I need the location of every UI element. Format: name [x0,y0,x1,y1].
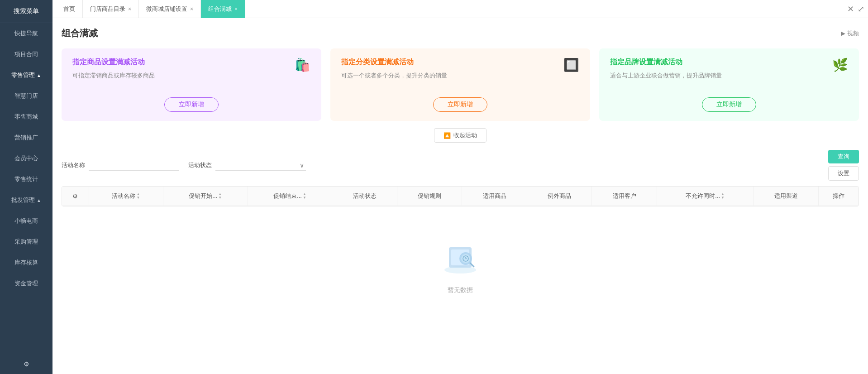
card-category-card: 指定分类设置满减活动可选一个或者多个分类，提升分类的销量🔲立即新增 [330,48,590,121]
th-operations: 操作 [819,187,858,206]
th-excluded-goods: 例外商品 [527,187,592,206]
activity-name-input[interactable] [89,160,179,171]
activity-status-label: 活动状态 [188,161,212,169]
sidebar-item-retail-stats[interactable]: 零售统计 [0,169,52,190]
th-promo-rules: 促销规则 [397,187,462,206]
filter-actions: 查询 设置 [828,150,859,181]
tab-close-combo-discount[interactable]: × [234,6,238,12]
tab-combo-discount[interactable]: 组合满减× [201,0,245,18]
card-btn-category-card[interactable]: 立即新增 [433,97,487,112]
th-promo-start[interactable]: 促销开始...▲▼ [163,187,248,206]
cards-row: 指定商品设置满减活动可指定滞销商品或库存较多商品🛍️立即新增指定分类设置满减活动… [62,48,859,121]
tab-bar: 首页门店商品目录×微商城店铺设置×组合满减× ✕ ⤢ [52,0,868,18]
card-title-product-card: 指定商品设置满减活动 [72,58,310,67]
card-desc-product-card: 可指定滞销商品或库存较多商品 [72,72,310,90]
close-window-icon[interactable]: ✕ [847,4,854,14]
th-applicable-customers: 适用客户 [592,187,657,206]
th-settings: ⚙ [62,187,89,206]
card-icon-category-card: 🔲 [563,58,579,72]
sidebar-item-ecommerce[interactable]: 小畅电商 [0,211,52,231]
sidebar-item-project-contract[interactable]: 项目合同 [0,44,52,65]
th-activity-status: 活动状态 [332,187,397,206]
sidebar-item-retail-management[interactable]: 零售管理 [0,65,52,86]
sidebar-item-purchase-mgmt[interactable]: 采购管理 [0,231,52,252]
card-icon-product-card: 🛍️ [295,58,310,72]
sidebar-item-marketing[interactable]: 营销推广 [0,127,52,148]
th-activity-name[interactable]: 活动名称▲▼ [89,187,163,206]
tab-label-home: 首页 [63,5,75,13]
th-applicable-goods: 适用商品 [462,187,527,206]
tab-bar-actions: ✕ ⤢ [847,4,864,14]
card-title-brand-card: 指定品牌设置满减活动 [610,58,848,67]
tab-home[interactable]: 首页 [56,0,83,18]
setting-button[interactable]: 设置 [828,166,859,181]
resize-window-icon[interactable]: ⤢ [858,4,864,14]
sidebar-item-wholesale-mgmt[interactable]: 批发管理 [0,190,52,211]
tab-close-wechat-settings[interactable]: × [190,6,193,12]
card-desc-brand-card: 适合与上游企业联合做营销，提升品牌销量 [610,72,848,90]
th-no-concurrent[interactable]: 不允许同时...▲▼ [657,187,754,206]
sidebar-settings[interactable]: ⚙ [0,354,52,374]
tab-store-catalog[interactable]: 门店商品目录× [83,0,139,18]
data-table: ⚙活动名称▲▼促销开始...▲▼促销结束...▲▼活动状态促销规则适用商品例外商… [62,187,858,206]
content-area: 组合满减 ▶ 视频 指定商品设置满减活动可指定滞销商品或库存较多商品🛍️立即新增… [52,18,868,374]
collapse-bar: 🔼 收起活动 [62,128,859,143]
sidebar-item-finance-mgmt[interactable]: 资金管理 [0,273,52,294]
activity-name-label: 活动名称 [62,161,85,169]
card-brand-card: 指定品牌设置满减活动适合与上游企业联合做营销，提升品牌销量🌿立即新增 [599,48,859,121]
card-title-category-card: 指定分类设置满减活动 [341,58,579,67]
tab-label-wechat-settings: 微商城店铺设置 [146,5,187,13]
tab-close-store-catalog[interactable]: × [128,6,131,12]
table-wrapper: ⚙活动名称▲▼促销开始...▲▼促销结束...▲▼活动状态促销规则适用商品例外商… [62,186,859,206]
video-link[interactable]: ▶ 视频 [841,29,859,38]
empty-text: 暂无数据 [71,286,850,294]
sidebar-item-quick-nav[interactable]: 快捷导航 [0,23,52,44]
activity-status-select[interactable] [215,160,306,171]
page-title: 组合满减 [62,27,98,39]
sidebar-item-inventory[interactable]: 库存核算 [0,252,52,273]
th-promo-end[interactable]: 促销结束...▲▼ [248,187,332,206]
tab-label-combo-discount: 组合满减 [208,5,232,13]
activity-status-select-wrapper [215,160,306,171]
sidebar-item-smart-store[interactable]: 智慧门店 [0,86,52,106]
empty-state: 暂无数据 [62,206,859,321]
play-icon: ▶ [841,30,845,37]
card-btn-product-card[interactable]: 立即新增 [164,97,219,112]
tab-label-store-catalog: 门店商品目录 [90,5,125,13]
card-btn-brand-card[interactable]: 立即新增 [702,97,756,112]
empty-icon [438,234,483,279]
page-header: 组合满减 ▶ 视频 [62,27,859,39]
sidebar-item-member-center[interactable]: 会员中心 [0,148,52,169]
collapse-button[interactable]: 🔼 收起活动 [434,128,486,143]
th-applicable-channels: 适用渠道 [754,187,819,206]
card-desc-category-card: 可选一个或者多个分类，提升分类的销量 [341,72,579,90]
sidebar-item-retail-mall[interactable]: 零售商城 [0,106,52,127]
chevron-up-icon: 🔼 [444,132,451,139]
filter-bar: 活动名称 活动状态 查询 设置 [62,150,859,181]
gear-icon: ⚙ [24,360,29,368]
sidebar: 搜索菜单 快捷导航项目合同零售管理智慧门店零售商城营销推广会员中心零售统计批发管… [0,0,52,374]
card-product-card: 指定商品设置满减活动可指定滞销商品或库存较多商品🛍️立即新增 [62,48,321,121]
activity-name-filter: 活动名称 [62,160,179,171]
tab-wechat-settings[interactable]: 微商城店铺设置× [139,0,201,18]
main-area: 首页门店商品目录×微商城店铺设置×组合满减× ✕ ⤢ 组合满减 ▶ 视频 指定商… [52,0,868,374]
sidebar-search[interactable]: 搜索菜单 [0,0,52,23]
activity-status-filter: 活动状态 [188,160,306,171]
query-button[interactable]: 查询 [828,150,859,163]
card-icon-brand-card: 🌿 [832,58,848,72]
